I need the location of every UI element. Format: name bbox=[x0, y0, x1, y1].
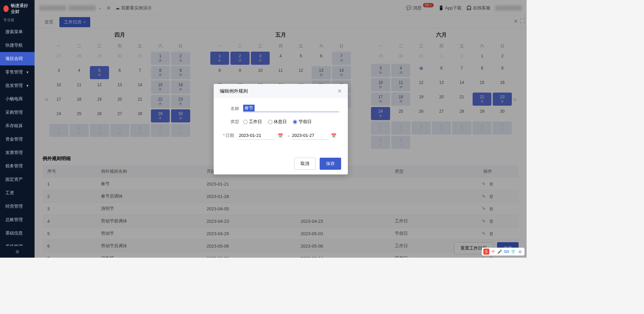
name-label: 名称 bbox=[222, 106, 239, 112]
sidebar-item-invoice[interactable]: 发票管理 bbox=[0, 146, 35, 159]
menu-quicknav[interactable]: 快捷导航 bbox=[0, 39, 35, 52]
settings-gear-icon[interactable]: ⚙ bbox=[0, 246, 35, 258]
sidebar-item-salary[interactable]: 工资 bbox=[0, 186, 35, 200]
sidebar-item-asset[interactable]: 固定资产 bbox=[0, 173, 35, 186]
sidebar-item-wholesale[interactable]: 批发管理▼ bbox=[0, 79, 35, 92]
ime-skin-icon[interactable]: 👕 bbox=[510, 249, 516, 255]
brand-edition: 专业版 bbox=[0, 17, 35, 25]
sidebar-item-sys[interactable]: 系统管理 bbox=[0, 240, 35, 246]
sidebar-item-stock[interactable]: 库存核算 bbox=[0, 119, 35, 133]
ime-tool-icon[interactable]: ⊞ bbox=[517, 249, 523, 255]
modal-close-icon[interactable]: ✕ bbox=[337, 88, 342, 94]
ime-keyboard-icon[interactable]: ⌨ bbox=[503, 249, 509, 255]
sidebar-item-ledger[interactable]: 总账管理 bbox=[0, 213, 35, 226]
ime-mic-icon[interactable]: 🎤 bbox=[497, 249, 503, 255]
save-button[interactable]: 保存 bbox=[320, 158, 341, 170]
radio-workday[interactable]: 工作日 bbox=[243, 119, 262, 125]
sidebar-item-project[interactable]: 项目合同 bbox=[0, 52, 35, 65]
sidebar-item-fund[interactable]: 资金管理 bbox=[0, 133, 35, 146]
sidebar-item-base[interactable]: 基础信息 bbox=[0, 226, 35, 240]
radio-restday[interactable]: 休息日 bbox=[268, 119, 287, 125]
sidebar-item-purchase[interactable]: 采购管理 bbox=[0, 106, 35, 119]
ime-toolbar[interactable]: S 中 🎤 ⌨ 👕 ⊞ bbox=[482, 248, 525, 256]
end-date-input[interactable] bbox=[291, 132, 328, 140]
ime-logo-icon: S bbox=[483, 249, 489, 255]
brand-logo: 畅捷通好业财 bbox=[0, 0, 35, 17]
radio-holiday[interactable]: 节假日 bbox=[293, 119, 312, 125]
ime-lang-icon[interactable]: 中 bbox=[490, 249, 496, 255]
sidebar-item-retail[interactable]: 零售管理▼ bbox=[0, 65, 35, 79]
edit-rule-modal: 编辑例外规则 ✕ 名称 春节 类型 工作日 休息日 bbox=[214, 84, 348, 174]
sidebar-item-biz[interactable]: 经营管理 bbox=[0, 200, 35, 213]
cancel-button[interactable]: 取消 bbox=[294, 158, 316, 170]
start-date-input[interactable] bbox=[238, 132, 275, 140]
calendar-icon[interactable]: 📅 bbox=[278, 133, 283, 138]
sidebar-item-tax[interactable]: 税务管理 bbox=[0, 159, 35, 173]
modal-overlay: 编辑例外规则 ✕ 名称 春节 类型 工作日 休息日 bbox=[35, 0, 527, 258]
menu-search[interactable]: 搜索菜单 bbox=[0, 25, 35, 39]
name-input[interactable]: 春节 bbox=[243, 105, 255, 111]
date-label: 日期 bbox=[225, 133, 234, 138]
modal-title: 编辑例外规则 bbox=[220, 88, 248, 94]
sidebar-item-eshop[interactable]: 小畅电商 bbox=[0, 92, 35, 106]
logo-icon bbox=[3, 5, 9, 12]
type-label: 类型 bbox=[222, 119, 239, 125]
brand-name: 畅捷通好业财 bbox=[11, 3, 31, 15]
sidebar: 畅捷通好业财 专业版 搜索菜单 快捷导航 项目合同零售管理▼批发管理▼小畅电商采… bbox=[0, 0, 35, 258]
calendar-icon[interactable]: 📅 bbox=[331, 133, 336, 138]
